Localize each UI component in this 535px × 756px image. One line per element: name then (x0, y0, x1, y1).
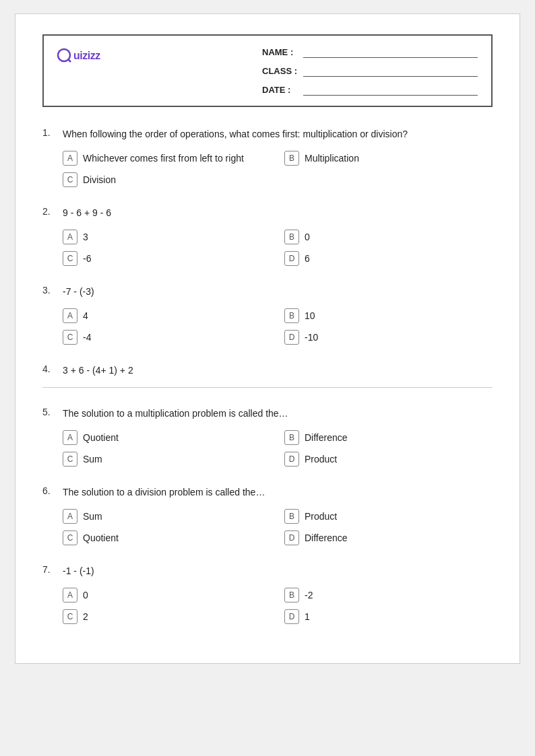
answer-item-5-B: BDifference (284, 430, 493, 445)
answers-grid-1: AWhichever comes first from left to righ… (42, 151, 493, 187)
question-row-1: 1.When following the order of operations… (42, 127, 493, 141)
answer-item-7-A: A0 (63, 588, 271, 603)
question-text-3: -7 - (-3) (63, 285, 94, 299)
page: uizizz NAME : CLASS : DATE : 1.When foll… (15, 13, 520, 664)
answer-item-1-B: BMultiplication (284, 151, 493, 166)
svg-text:uizizz: uizizz (73, 50, 100, 61)
answer-text-5-C: Sum (83, 454, 102, 465)
answer-text-3-B: 10 (305, 310, 315, 321)
answer-item-1-A: AWhichever comes first from left to righ… (63, 151, 271, 166)
answer-item-6-B: BProduct (284, 509, 493, 524)
question-block-4: 4.3 + 6 - (4+ 1) + 2 (42, 364, 493, 388)
answer-item-5-C: CSum (63, 452, 271, 467)
header-left: uizizz (57, 46, 131, 77)
answer-item-7-B: B-2 (284, 588, 493, 603)
class-field-row: CLASS : (262, 65, 478, 77)
answer-item-3-C: C-4 (63, 330, 271, 345)
answer-letter-6-A: A (63, 509, 77, 524)
question-number-1: 1. (42, 127, 57, 138)
answer-item-6-D: DDifference (284, 530, 493, 545)
answer-letter-7-A: A (63, 588, 77, 603)
question-number-4: 4. (42, 364, 57, 374)
date-field-row: DATE : (262, 83, 478, 96)
answer-letter-6-D: D (284, 530, 299, 545)
svg-line-1 (68, 59, 71, 62)
name-label: NAME : (262, 47, 299, 57)
answer-letter-3-C: C (63, 330, 77, 345)
answer-text-7-A: 0 (83, 590, 88, 600)
answers-grid-2: A3B0C-6D6 (42, 230, 493, 266)
answer-letter-2-D: D (284, 251, 299, 266)
question-number-5: 5. (42, 407, 57, 417)
answer-letter-7-B: B (284, 588, 299, 603)
answer-text-6-C: Quotient (83, 532, 119, 543)
answer-item-3-B: B10 (284, 308, 493, 323)
question-divider-4 (42, 387, 493, 388)
question-row-5: 5.The solution to a multiplication probl… (42, 407, 493, 421)
question-block-1: 1.When following the order of operations… (42, 127, 493, 187)
answer-text-5-A: Quotient (83, 432, 119, 443)
answer-item-2-B: B0 (284, 230, 493, 244)
answer-letter-5-D: D (284, 452, 299, 467)
question-number-3: 3. (42, 285, 57, 296)
answers-grid-3: A4B10C-4D-10 (42, 308, 493, 345)
answer-text-3-D: -10 (305, 332, 318, 343)
question-number-2: 2. (42, 206, 57, 217)
answer-item-7-C: C2 (63, 609, 271, 624)
answer-letter-3-D: D (284, 330, 299, 345)
answer-letter-3-B: B (284, 308, 299, 323)
answer-letter-7-D: D (284, 609, 299, 624)
question-row-2: 2.9 - 6 + 9 - 6 (42, 206, 493, 220)
question-row-6: 6.The solution to a division problem is … (42, 485, 493, 500)
answer-text-7-D: 1 (305, 611, 310, 622)
answer-item-5-D: DProduct (284, 452, 493, 467)
question-text-6: The solution to a division problem is ca… (63, 485, 265, 500)
answer-item-5-A: AQuotient (63, 430, 271, 445)
question-text-7: -1 - (-1) (63, 564, 94, 578)
answer-text-3-A: 4 (83, 310, 88, 321)
question-block-7: 7.-1 - (-1)A0B-2C2D1 (42, 564, 493, 624)
logo-text: uizizz (57, 46, 131, 65)
answer-letter-6-C: C (63, 530, 77, 545)
answer-text-6-D: Difference (305, 532, 348, 543)
question-block-6: 6.The solution to a division problem is … (42, 485, 493, 545)
question-row-4: 4.3 + 6 - (4+ 1) + 2 (42, 364, 493, 378)
answer-text-2-A: 3 (83, 232, 88, 242)
header-right: NAME : CLASS : DATE : (262, 46, 478, 96)
answer-item-6-C: CQuotient (63, 530, 271, 545)
answers-grid-5: AQuotientBDifferenceCSumDProduct (42, 430, 493, 467)
answer-item-2-A: A3 (63, 230, 271, 244)
answer-text-2-D: 6 (305, 253, 310, 264)
question-number-7: 7. (42, 564, 57, 575)
answer-text-1-B: Multiplication (305, 153, 359, 164)
answer-text-3-C: -4 (83, 332, 91, 343)
class-label: CLASS : (262, 66, 299, 76)
answer-text-1-A: Whichever comes first from left to right (83, 153, 244, 164)
answer-item-1-C: CDivision (63, 172, 271, 187)
logo: uizizz (57, 46, 131, 65)
answer-item-2-C: C-6 (63, 251, 271, 266)
answer-letter-5-C: C (63, 452, 77, 467)
name-line (303, 46, 478, 58)
answer-letter-2-B: B (284, 230, 299, 244)
answer-text-6-A: Sum (83, 511, 102, 522)
question-row-7: 7.-1 - (-1) (42, 564, 493, 578)
answer-letter-2-C: C (63, 251, 77, 266)
answer-item-2-D: D6 (284, 251, 493, 266)
question-text-1: When following the order of operations, … (63, 127, 408, 141)
question-row-3: 3.-7 - (-3) (42, 285, 493, 299)
answer-letter-3-A: A (63, 308, 77, 323)
question-number-6: 6. (42, 485, 57, 496)
question-block-3: 3.-7 - (-3)A4B10C-4D-10 (42, 285, 493, 345)
date-label: DATE : (262, 85, 299, 95)
answer-text-1-C: Division (83, 174, 116, 185)
answer-text-5-D: Product (305, 454, 337, 465)
header: uizizz NAME : CLASS : DATE : (42, 34, 493, 107)
answer-letter-5-B: B (284, 430, 299, 445)
answer-text-2-C: -6 (83, 253, 91, 264)
questions-container: 1.When following the order of operations… (42, 127, 493, 624)
answer-item-3-A: A4 (63, 308, 271, 323)
answers-grid-6: ASumBProductCQuotientDDifference (42, 509, 493, 545)
question-text-5: The solution to a multiplication problem… (63, 407, 288, 421)
answer-letter-2-A: A (63, 230, 77, 244)
